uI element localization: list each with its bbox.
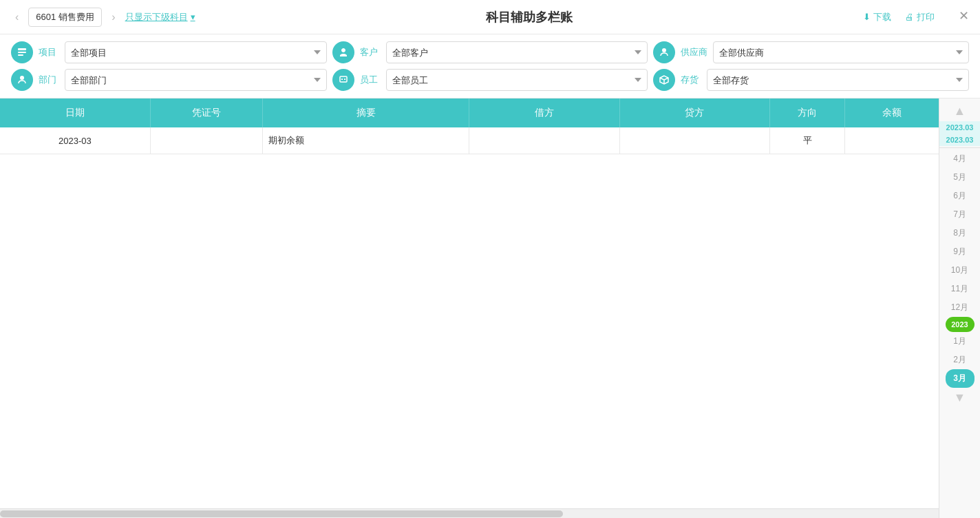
main-window: ‹ 6601 销售费用 › 只显示下级科目 ▾ 科目辅助多栏账 ⬇ 下载 🖨 打… — [0, 0, 980, 518]
account-code-display: 6601 销售费用 — [28, 8, 102, 27]
col-date: 日期 — [0, 99, 150, 127]
show-sub-arrow-icon: ▾ — [191, 12, 195, 22]
employee-select[interactable]: 全部员工 — [386, 69, 648, 91]
department-select[interactable]: 全部部门 — [65, 69, 327, 91]
timeline-month-4[interactable]: 4月 — [939, 149, 980, 168]
table-area: 日期 凭证号 摘要 借方 贷方 方向 余额 2023-03 — [0, 99, 939, 518]
employee-icon — [332, 69, 354, 91]
timeline-month-7[interactable]: 7月 — [939, 205, 980, 224]
timeline-month-10[interactable]: 10月 — [939, 261, 980, 280]
prev-account-button[interactable]: ‹ — [11, 8, 23, 26]
account-code-text: 6601 — [36, 12, 56, 22]
svg-rect-2 — [18, 54, 23, 56]
download-label: 下载 — [873, 11, 891, 23]
table-header-row: 日期 凭证号 摘要 借方 贷方 方向 余额 — [0, 99, 939, 127]
filter-bar: 项目 全部项目 客户 全部客户 供应商 全部供应商 — [0, 34, 980, 99]
content-area: 日期 凭证号 摘要 借方 贷方 方向 余额 2023-03 — [0, 99, 980, 518]
timeline-month-5[interactable]: 5月 — [939, 168, 980, 187]
svg-rect-1 — [18, 52, 26, 53]
next-account-button[interactable]: › — [107, 8, 119, 26]
filter-customer: 客户 全部客户 — [332, 41, 648, 63]
titlebar-right: ⬇ 下载 🖨 打印 — [863, 11, 969, 23]
page-title: 科目辅助多栏账 — [486, 9, 573, 25]
download-icon: ⬇ — [863, 12, 871, 22]
ledger-table: 日期 凭证号 摘要 借方 贷方 方向 余额 2023-03 — [0, 99, 939, 154]
inventory-icon — [653, 69, 675, 91]
project-select[interactable]: 全部项目 — [65, 41, 327, 63]
supplier-select[interactable]: 全部供应商 — [713, 41, 969, 63]
timeline-month-3[interactable]: 3月 — [946, 369, 974, 388]
filter-employee: 员工 全部员工 — [332, 69, 648, 91]
svg-rect-7 — [344, 79, 345, 80]
timeline-month-8[interactable]: 8月 — [939, 224, 980, 242]
cell-debit — [469, 127, 619, 154]
cell-voucher — [150, 127, 263, 154]
filter-department: 部门 全部部门 — [11, 69, 327, 91]
svg-rect-0 — [18, 48, 26, 50]
table-row: 2023-03 期初余额 平 — [0, 127, 939, 154]
download-button[interactable]: ⬇ 下载 — [863, 11, 891, 23]
cell-direction: 平 — [769, 127, 844, 154]
inventory-label: 存货 — [681, 74, 701, 86]
department-icon — [11, 69, 33, 91]
customer-label: 客户 — [360, 46, 381, 59]
cell-summary: 期初余额 — [263, 127, 469, 154]
timeline-year-2023[interactable]: 2023 — [946, 317, 974, 332]
print-icon: 🖨 — [905, 12, 914, 22]
timeline-month-9[interactable]: 9月 — [939, 242, 980, 261]
timeline-up-button[interactable]: ▲ — [951, 101, 969, 121]
timeline-range-end[interactable]: 2023.03 — [939, 134, 980, 146]
timeline-month-11[interactable]: 11月 — [939, 280, 980, 298]
close-button[interactable]: ✕ — [959, 8, 969, 23]
cell-date: 2023-03 — [0, 127, 150, 154]
customer-icon — [332, 41, 354, 63]
print-label: 打印 — [917, 11, 935, 23]
timeline-range-start[interactable]: 2023.03 — [939, 121, 980, 134]
timeline-divider — [939, 147, 980, 148]
timeline-month-1[interactable]: 1月 — [939, 332, 980, 351]
print-button[interactable]: 🖨 打印 — [905, 11, 935, 23]
timeline-sidebar: ▲ 2023.03 2023.03 4月 5月 6月 7月 8月 9月 10月 … — [939, 99, 980, 518]
col-direction: 方向 — [769, 99, 844, 127]
timeline-month-12[interactable]: 12月 — [939, 298, 980, 317]
account-name-text: 销售费用 — [58, 11, 94, 23]
show-sub-button[interactable]: 只显示下级科目 ▾ — [125, 11, 195, 23]
col-credit: 贷方 — [619, 99, 769, 127]
project-icon — [11, 41, 33, 63]
scroll-thumb[interactable] — [0, 510, 563, 517]
cell-credit — [619, 127, 769, 154]
filter-inventory: 存货 全部存货 — [653, 69, 969, 91]
filter-project: 项目 全部项目 — [11, 41, 327, 63]
timeline-month-6[interactable]: 6月 — [939, 187, 980, 205]
col-debit: 借方 — [469, 99, 619, 127]
filter-supplier: 供应商 全部供应商 — [653, 41, 969, 63]
svg-rect-6 — [341, 79, 343, 80]
customer-select[interactable]: 全部客户 — [386, 41, 648, 63]
supplier-icon — [653, 41, 675, 63]
project-label: 项目 — [39, 46, 59, 59]
col-voucher: 凭证号 — [150, 99, 263, 127]
supplier-label: 供应商 — [681, 46, 707, 59]
svg-point-3 — [662, 48, 666, 52]
svg-point-4 — [20, 76, 24, 80]
timeline-month-2[interactable]: 2月 — [939, 351, 980, 369]
svg-rect-5 — [340, 76, 347, 82]
col-balance: 余额 — [845, 99, 939, 127]
horizontal-scrollbar[interactable] — [0, 508, 939, 518]
cell-balance — [845, 127, 939, 154]
department-label: 部门 — [39, 74, 59, 86]
timeline-down-button[interactable]: ▼ — [951, 388, 969, 408]
show-sub-label: 只显示下级科目 — [125, 11, 188, 23]
employee-label: 员工 — [360, 74, 381, 86]
col-summary: 摘要 — [263, 99, 469, 127]
inventory-select[interactable]: 全部存货 — [707, 69, 969, 91]
titlebar-left: ‹ 6601 销售费用 › 只显示下级科目 ▾ — [11, 8, 195, 27]
titlebar: ‹ 6601 销售费用 › 只显示下级科目 ▾ 科目辅助多栏账 ⬇ 下载 🖨 打… — [0, 0, 980, 34]
